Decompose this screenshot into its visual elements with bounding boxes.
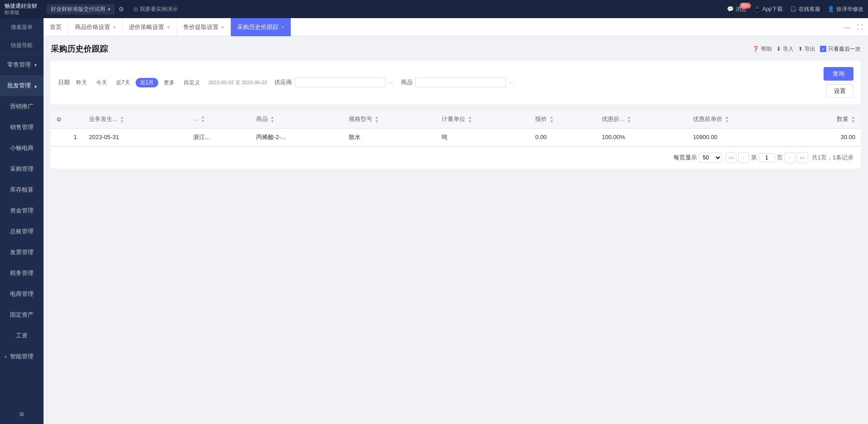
date-opt-today[interactable]: 今天 [93,78,111,87]
tab-close-icon[interactable]: × [221,24,224,30]
filter-date-group: 日期 昨天 今天 近7天 近1月 更多 自定义 2023-05-02 至 202… [58,78,267,87]
td-before-price: 10900.00 [688,128,794,146]
main-layout: 搜索菜单 快捷导航 零售管理 ▾ 批发管理 ▴ 营销推广 销售管理 小畅电商 采… [0,18,868,424]
sidebar-item-wholesale[interactable]: 批发管理 ▴ [0,75,44,96]
chevron-down-icon: ▾ [34,63,37,67]
sidebar-item-purchase[interactable]: 采购管理 [0,159,44,179]
export-button[interactable]: ⬆ 导出 [798,45,815,53]
goods-label: 商品 [401,78,413,87]
table-header-row: ⚙ 业务发生... ▲▼ ... ▲▼ 商品 ▲▼ 规格型号 [51,111,861,128]
sidebar-item-tax[interactable]: 税务管理 [0,263,44,284]
sidebar-item-ledger[interactable]: 总账管理 [0,221,44,242]
online-service-button[interactable]: 🎧 在线客服 [790,5,820,13]
sidebar-item-ecom[interactable]: 电商管理 [0,284,44,304]
date-label: 日期 [58,78,70,87]
supplier-input[interactable] [295,77,385,87]
import-button[interactable]: ⬇ 导入 [776,45,794,53]
filter-supplier-group: 供应商 ··· [274,77,394,87]
top-bar: 畅捷通好业财 标准版 好业财标准版交付试用 ▾ ⚙ ◎ 我要看实例演示 💬 消息… [0,0,868,18]
settings-button[interactable]: 设置 [826,84,853,98]
td-qty: 30.00 [794,128,861,146]
query-button[interactable]: 查询 [824,67,853,81]
sidebar-item-salary[interactable]: 工资 [0,325,44,346]
sidebar-item-ecom-small[interactable]: 小畅电商 [0,138,44,159]
edition-selector[interactable]: 好业财标准版交付试用 ▾ [46,4,115,14]
page-nav: ⏮ ‹ 第 页 › ⏭ [726,152,808,163]
sidebar-item-sales[interactable]: 销售管理 [0,117,44,138]
content-area: 首页 商品价格设置 × 进价策略设置 × 售价提取设置 × 采购历史价跟踪 × … [44,18,868,424]
user-profile-button[interactable]: 👤 徐泽华修改 [828,5,863,13]
goods-input[interactable] [415,77,506,87]
total-info: 共1页，1条记录 [812,154,853,162]
td-dots: 浙江... [188,128,250,146]
tab-close-icon[interactable]: × [113,24,116,30]
import-icon: ⬇ [776,46,781,52]
per-page-select[interactable]: 50 100 200 [699,153,722,163]
first-page-button[interactable]: ⏮ [726,152,736,163]
sidebar-item-invoice[interactable]: 发票管理 [0,242,44,263]
th-qty[interactable]: 数量 ▲▼ [794,111,861,128]
tab-home[interactable]: 首页 [44,18,68,36]
page-number-input[interactable] [759,153,775,162]
sidebar-quick-nav[interactable]: 快捷导航 [0,37,44,54]
th-goods[interactable]: 商品 ▲▼ [251,111,343,128]
sidebar-gear-button[interactable]: ⚙ [0,405,44,424]
th-date[interactable]: 业务发生... ▲▼ [83,111,188,128]
per-page-label: 每页显示 [673,154,697,162]
th-index [67,111,83,128]
date-opt-more[interactable]: 更多 [160,78,178,87]
table-section: ⚙ 业务发生... ▲▼ ... ▲▼ 商品 ▲▼ 规格型号 [51,111,861,146]
date-opt-1month[interactable]: 近1月 [136,78,159,87]
page-suffix-label: 页 [777,154,783,162]
user-icon: 👤 [828,6,834,12]
tab-sale-price[interactable]: 售价提取设置 × [177,18,231,36]
th-gear[interactable]: ⚙ [51,111,67,128]
table-row: 1 2023-05-31 浙江... 丙烯酸-2-... 散水 吨 0.00 1… [51,128,861,146]
th-unit[interactable]: 计量单位 ▲▼ [436,111,530,128]
play-icon: ◎ [133,6,138,12]
supplier-more-icon[interactable]: ··· [388,79,394,86]
sidebar-item-smart[interactable]: 智能管理 [0,346,44,367]
date-options: 昨天 今天 近7天 近1月 更多 自定义 [73,78,204,87]
tab-minimize-button[interactable]: — [841,21,853,34]
tab-close-icon[interactable]: × [281,24,284,30]
app-download-button[interactable]: 📱 App下载 [754,5,783,13]
demo-button[interactable]: ◎ 我要看实例演示 [133,5,178,13]
filter-goods-group: 商品 ··· [401,77,514,87]
th-before-price[interactable]: 优惠前单价 ▲▼ [688,111,794,128]
app-logo: 畅捷通好业财 标准版 [5,3,37,15]
th-price[interactable]: 报价 ▲▼ [530,111,596,128]
pagination-bar: 每页显示 50 100 200 ⏮ ‹ 第 页 › ⏭ 共1页，1条记录 [51,146,861,169]
checkbox-icon [820,46,826,52]
next-page-button[interactable]: › [785,152,795,163]
date-opt-7days[interactable]: 近7天 [112,78,134,87]
chevron-up-icon: ▴ [34,83,37,88]
goods-more-icon[interactable]: ··· [509,79,514,86]
tab-close-icon[interactable]: × [167,24,170,30]
sort-icon: ▲▼ [201,115,205,123]
date-opt-yesterday[interactable]: 昨天 [73,78,91,87]
sort-icon: ▲▼ [468,116,472,124]
help-button[interactable]: ❓ 帮助 [752,45,772,53]
sidebar-search[interactable]: 搜索菜单 [0,18,44,37]
tab-history-price[interactable]: 采购历史价跟踪 × [231,18,291,36]
last-page-button[interactable]: ⏭ [797,152,808,163]
td-goods: 丙烯酸-2-... [251,128,343,146]
date-opt-custom[interactable]: 自定义 [180,78,204,87]
sidebar-item-finance[interactable]: 资金管理 [0,200,44,221]
tab-strategy[interactable]: 进价策略设置 × [122,18,176,36]
sidebar-item-inventory[interactable]: 库存核算 [0,179,44,200]
tab-price[interactable]: 商品价格设置 × [68,18,122,36]
sidebar-item-retail[interactable]: 零售管理 ▾ [0,54,44,75]
tab-expand-button[interactable]: ⛶ [853,21,866,34]
th-spec[interactable]: 规格型号 ▲▼ [343,111,437,128]
settings-icon[interactable]: ⚙ [118,5,124,13]
message-button[interactable]: 💬 消息 99+ [727,5,746,13]
prev-page-button[interactable]: ‹ [738,152,749,163]
date-range-display: 2023-05-02 至 2023-06-02 [208,79,267,86]
sidebar-item-marketing[interactable]: 营销推广 [0,96,44,117]
th-discount[interactable]: 优惠折... ▲▼ [596,111,688,128]
only-last-checkbox[interactable]: 只看最后一次 [820,45,861,53]
th-dots[interactable]: ... ▲▼ [188,111,250,128]
sidebar-item-assets[interactable]: 固定资产 [0,304,44,325]
